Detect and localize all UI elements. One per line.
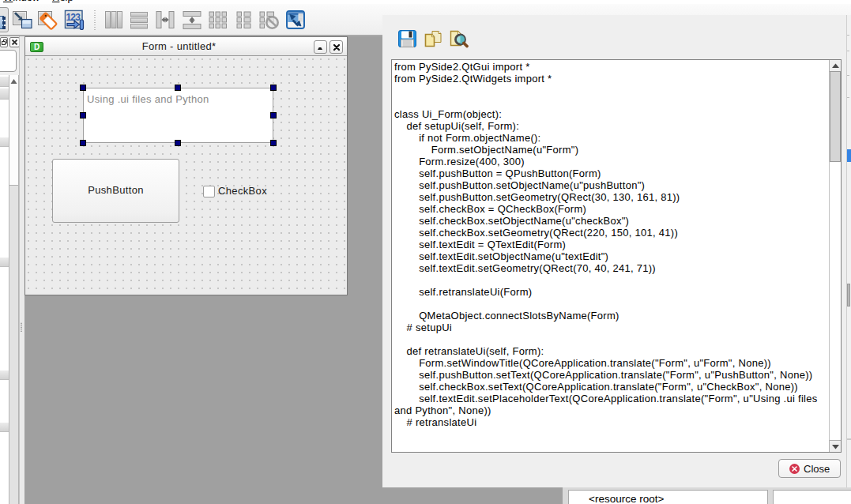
svg-text:123: 123 xyxy=(66,12,81,23)
